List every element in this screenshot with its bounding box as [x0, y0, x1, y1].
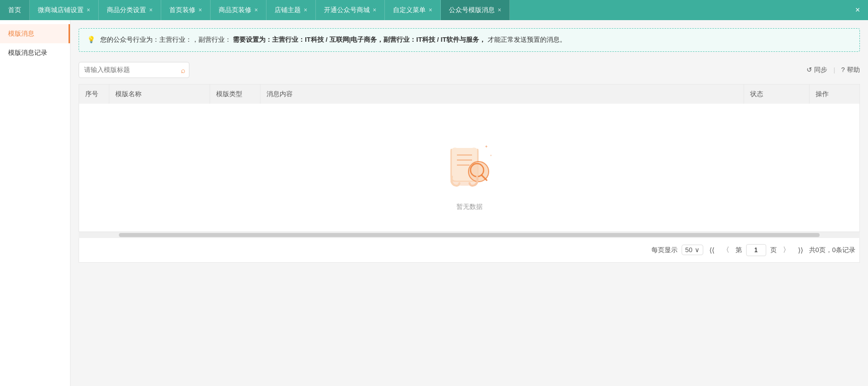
- content-area: 💡 您的公众号行业为：主营行业：，副营行业： 需要设置为：主营行业：IT科技 /…: [71, 20, 868, 386]
- tab-product-decor-label: 商品页装修: [219, 6, 251, 15]
- tab-homepage-decor[interactable]: 首页装修 ×: [161, 0, 211, 20]
- page-size-select[interactable]: 50 ∨: [682, 245, 703, 255]
- tab-custom-menu-label: 自定义菜单: [393, 6, 426, 15]
- close-tab-template-msg[interactable]: ×: [498, 7, 501, 14]
- search-input[interactable]: [79, 62, 189, 78]
- close-all-tabs-button[interactable]: ×: [847, 6, 868, 15]
- tab-shop-settings[interactable]: 微商城店铺设置 ×: [30, 0, 99, 20]
- search-bar: ⌕ ↺ 同步 | ? 帮助: [79, 62, 860, 78]
- table-header-row: 序号 模版名称 模版类型 消息内容 状态 操作: [79, 84, 860, 104]
- close-tab-product-decor[interactable]: ×: [254, 7, 258, 14]
- col-action: 操作: [810, 84, 860, 104]
- tab-template-msg-label: 公众号模版消息: [449, 6, 495, 15]
- empty-illustration: ✦ ✦: [439, 134, 500, 194]
- svg-text:✦: ✦: [485, 144, 488, 149]
- sidebar-item-template-msg-label: 模版消息: [8, 30, 34, 37]
- sidebar-item-template-msg-records[interactable]: 模版消息记录: [0, 43, 70, 62]
- pagination: 每页显示 50 ∨ ⟨⟨ 〈 第 页 〉 ⟩⟩ 共0页，0条记录: [79, 238, 860, 263]
- help-label: 帮助: [847, 65, 860, 74]
- sidebar: 模版消息 模版消息记录: [0, 20, 71, 386]
- sync-label: 同步: [814, 65, 827, 74]
- scrollbar-thumb[interactable]: [119, 233, 820, 237]
- tab-home-label: 首页: [8, 6, 21, 15]
- tab-open-mall[interactable]: 开通公众号商城 ×: [316, 0, 385, 20]
- col-status: 状态: [744, 84, 810, 104]
- toolbar-right: ↺ 同步 | ? 帮助: [807, 65, 860, 74]
- next-page-button[interactable]: 〉: [781, 246, 792, 255]
- tab-template-msg[interactable]: 公众号模版消息 ×: [441, 0, 510, 20]
- page-size-label: 每页显示: [651, 246, 678, 255]
- prev-page-button[interactable]: 〈: [720, 246, 731, 255]
- help-icon: ?: [841, 66, 845, 73]
- help-button[interactable]: ? 帮助: [841, 65, 860, 74]
- last-page-button[interactable]: ⟩⟩: [796, 246, 805, 254]
- table-scrollbar[interactable]: [79, 232, 860, 238]
- tab-category-settings-label: 商品分类设置: [107, 6, 146, 15]
- tab-custom-menu[interactable]: 自定义菜单 ×: [385, 0, 441, 20]
- tab-shop-theme[interactable]: 店铺主题 ×: [266, 0, 316, 20]
- page-label: 第: [736, 246, 742, 255]
- sync-button[interactable]: ↺ 同步: [807, 65, 827, 74]
- toolbar-divider: |: [833, 66, 835, 73]
- notice-text-suffix: 才能正常发送预置的消息。: [488, 36, 566, 43]
- top-nav: 首页 微商城店铺设置 × 商品分类设置 × 首页装修 × 商品页装修 × 店铺主…: [0, 0, 868, 20]
- tab-homepage-decor-label: 首页装修: [169, 6, 195, 15]
- page-suffix-label: 页: [770, 246, 777, 255]
- col-content: 消息内容: [260, 84, 744, 104]
- page-size-value: 50: [685, 246, 692, 254]
- page-total: 共0页，0条记录: [809, 246, 855, 255]
- sidebar-item-template-msg[interactable]: 模版消息: [0, 24, 70, 43]
- empty-state-row: ✦ ✦ 暂无数据: [79, 104, 860, 232]
- notice-box: 💡 您的公众号行业为：主营行业：，副营行业： 需要设置为：主营行业：IT科技 /…: [79, 28, 860, 52]
- close-tab-shop-settings[interactable]: ×: [87, 7, 90, 14]
- tab-shop-settings-label: 微商城店铺设置: [38, 6, 84, 15]
- notice-text-prefix: 您的公众号行业为：主营行业：，副营行业：: [100, 36, 231, 43]
- search-icon[interactable]: ⌕: [181, 65, 185, 74]
- close-tab-open-mall[interactable]: ×: [373, 7, 376, 14]
- tab-shop-theme-label: 店铺主题: [275, 6, 301, 15]
- empty-state-cell: ✦ ✦ 暂无数据: [79, 104, 860, 232]
- empty-text: 暂无数据: [456, 202, 483, 211]
- search-input-wrap: ⌕: [79, 62, 189, 78]
- chevron-down-icon: ∨: [695, 246, 700, 254]
- notice-text-highlight: 需要设置为：主营行业：IT科技 / 互联网|电子商务，副营行业：IT科技 / I…: [233, 36, 486, 43]
- col-index: 序号: [79, 84, 109, 104]
- notice-icon: 💡: [87, 36, 95, 43]
- col-name: 模版名称: [109, 84, 210, 104]
- svg-text:✦: ✦: [490, 154, 492, 157]
- tab-product-decor[interactable]: 商品页装修 ×: [211, 0, 266, 20]
- data-table: 序号 模版名称 模版类型 消息内容 状态 操作: [79, 84, 860, 232]
- close-tab-custom-menu[interactable]: ×: [429, 7, 432, 14]
- close-tab-shop-theme[interactable]: ×: [304, 7, 307, 14]
- close-tab-category-settings[interactable]: ×: [149, 7, 153, 14]
- close-tab-homepage-decor[interactable]: ×: [198, 7, 202, 14]
- col-type: 模版类型: [210, 84, 260, 104]
- tab-category-settings[interactable]: 商品分类设置 ×: [99, 0, 161, 20]
- main-layout: 模版消息 模版消息记录 💡 您的公众号行业为：主营行业：，副营行业： 需要设置为…: [0, 20, 868, 386]
- tab-open-mall-label: 开通公众号商城: [324, 6, 370, 15]
- first-page-button[interactable]: ⟨⟨: [707, 246, 716, 254]
- refresh-icon: ↺: [807, 66, 812, 73]
- empty-state: ✦ ✦ 暂无数据: [79, 104, 859, 231]
- current-page-input[interactable]: [746, 244, 766, 256]
- tab-home[interactable]: 首页: [0, 0, 30, 20]
- sidebar-item-template-msg-records-label: 模版消息记录: [8, 49, 47, 56]
